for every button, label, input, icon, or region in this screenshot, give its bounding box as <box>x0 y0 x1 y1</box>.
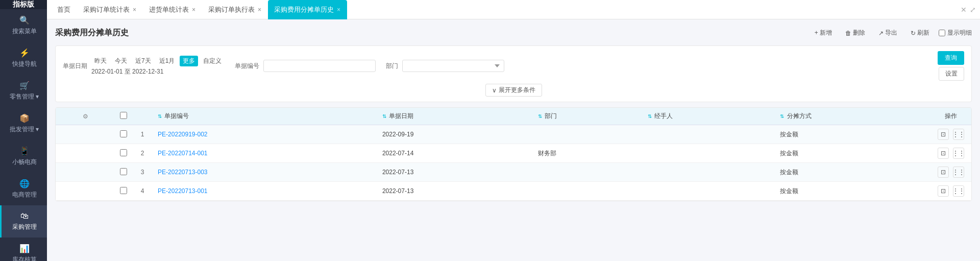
view-op-icon-1[interactable]: ⊡ <box>938 148 949 159</box>
sort-handler-icon: ⇅ <box>648 113 652 119</box>
sort-split-icon: ⇅ <box>780 113 784 119</box>
refresh-button[interactable]: ↻ 刷新 <box>906 27 934 39</box>
view-op-icon-0[interactable]: ⊡ <box>938 129 949 140</box>
search-button[interactable]: 查询 <box>938 51 964 65</box>
show-cols-checkbox[interactable] <box>939 30 945 36</box>
search-icon: 🔍 <box>2 15 47 25</box>
sort-order-no-icon: ⇅ <box>158 113 162 119</box>
more-op-icon-2[interactable]: ⋮⋮ <box>953 167 964 178</box>
col-settings[interactable]: ⚙ <box>56 108 115 125</box>
row-ops-3: ⊡ ⋮⋮ <box>930 182 971 201</box>
more-op-icon-0[interactable]: ⋮⋮ <box>953 129 964 140</box>
row-order-no-0: PE-20220919-002 <box>153 125 377 144</box>
date-filter-group: 单据日期 昨天 今天 近7天 近1月 更多 自定义 2022-01-01 至 2… <box>63 56 225 76</box>
close-all-tabs-icon[interactable]: ✕ <box>961 6 967 14</box>
close-tab-purchase-expense-split[interactable]: × <box>337 0 340 19</box>
delete-button[interactable]: 🗑 删除 <box>841 27 869 39</box>
close-tab-purchase-order-exec[interactable]: × <box>258 0 261 19</box>
expand-more-button[interactable]: ∨ 展开更多条件 <box>485 84 542 97</box>
order-no-label: 单据编号 <box>235 62 259 70</box>
col-split-method[interactable]: ⇅ 分摊方式 <box>775 108 930 125</box>
close-tab-incoming-stats[interactable]: × <box>192 0 195 19</box>
tab-purchase-order-stats[interactable]: 采购订单统计表 × <box>77 0 143 19</box>
row-settings-2 <box>56 163 115 182</box>
data-table-wrap: ⚙ ⇅ 单据编号 ⇅ 单据日期 <box>55 107 972 201</box>
row-date-2: 2022-07-13 <box>377 163 533 182</box>
table-row: 4 PE-20220713-001 2022-07-13 按金额 ⊡ ⋮⋮ <box>56 182 971 201</box>
select-all-checkbox[interactable] <box>120 112 127 119</box>
maximize-icon[interactable]: ⤢ <box>970 6 976 14</box>
sidebar-item-ecom[interactable]: 🌐 电商管理 <box>0 173 47 205</box>
date-btn-today[interactable]: 今天 <box>112 56 130 66</box>
order-no-link-1[interactable]: PE-20220714-001 <box>158 150 207 157</box>
sidebar-item-purchase[interactable]: 🛍 采购管理 <box>0 205 47 238</box>
row-checkbox-3[interactable] <box>120 187 127 194</box>
date-btn-7days[interactable]: 近7天 <box>132 56 154 66</box>
row-ops-1: ⊡ ⋮⋮ <box>930 144 971 163</box>
filter-settings-button[interactable]: 设置 <box>939 67 964 81</box>
shortcut-icon: ⚡ <box>2 48 47 58</box>
date-filter-label: 单据日期 <box>63 62 87 70</box>
data-table: ⚙ ⇅ 单据编号 ⇅ 单据日期 <box>56 108 971 201</box>
sort-dept-icon: ⇅ <box>538 113 542 119</box>
date-btn-yesterday[interactable]: 昨天 <box>91 56 110 66</box>
date-quick-buttons: 昨天 今天 近7天 近1月 更多 自定义 <box>91 56 225 66</box>
more-op-icon-3[interactable]: ⋮⋮ <box>953 185 964 197</box>
row-handler-3 <box>643 182 775 201</box>
row-ops-2: ⊡ ⋮⋮ <box>930 163 971 182</box>
row-check-0[interactable] <box>115 125 132 144</box>
export-icon: ↗ <box>878 30 884 37</box>
order-no-input[interactable] <box>263 60 376 72</box>
sidebar-item-search[interactable]: 🔍 搜索菜单 <box>0 9 47 42</box>
table-header-row: ⚙ ⇅ 单据编号 ⇅ 单据日期 <box>56 108 971 125</box>
table-row: 1 PE-20220919-002 2022-09-19 按金额 ⊡ ⋮⋮ <box>56 125 971 144</box>
row-settings-3 <box>56 182 115 201</box>
view-op-icon-3[interactable]: ⊡ <box>938 185 949 197</box>
row-num-3: 4 <box>132 182 153 201</box>
row-dept-0 <box>533 125 643 144</box>
row-handler-1 <box>643 144 775 163</box>
order-no-link-2[interactable]: PE-20220713-003 <box>158 169 207 176</box>
tab-purchase-expense-split[interactable]: 采购费用分摊单历史 × <box>268 0 347 19</box>
sidebar-item-retail[interactable]: 🛒 零售管理 ▾ <box>0 75 47 107</box>
date-btn-more[interactable]: 更多 <box>180 56 198 66</box>
export-button[interactable]: ↗ 导出 <box>874 27 901 39</box>
dept-select[interactable] <box>402 60 504 72</box>
tab-purchase-order-exec[interactable]: 采购订单执行表 × <box>202 0 268 19</box>
row-check-3[interactable] <box>115 182 132 201</box>
date-btn-custom[interactable]: 自定义 <box>200 56 225 66</box>
filter-area: 单据日期 昨天 今天 近7天 近1月 更多 自定义 2022-01-01 至 2… <box>55 45 972 102</box>
show-cols-checkbox-label[interactable]: 显示明细 <box>939 29 972 37</box>
row-check-1[interactable] <box>115 144 132 163</box>
sidebar-item-inventory[interactable]: 📊 库存核算 <box>0 238 47 261</box>
view-op-icon-2[interactable]: ⊡ <box>938 167 949 178</box>
date-btn-1month[interactable]: 近1月 <box>156 56 178 66</box>
col-handler[interactable]: ⇅ 经手人 <box>643 108 775 125</box>
dept-label: 部门 <box>386 62 398 70</box>
col-order-no[interactable]: ⇅ 单据编号 <box>153 108 377 125</box>
close-tab-purchase-order-stats[interactable]: × <box>133 0 136 19</box>
col-date[interactable]: ⇅ 单据日期 <box>377 108 533 125</box>
row-checkbox-2[interactable] <box>120 168 127 175</box>
row-order-no-2: PE-20220713-003 <box>153 163 377 182</box>
sidebar-item-shortcut[interactable]: ⚡ 快捷导航 <box>0 42 47 75</box>
sidebar-item-mini[interactable]: 📱 小畅电商 <box>0 140 47 173</box>
sidebar-item-wholesale[interactable]: 📦 批发管理 ▾ <box>0 107 47 140</box>
sort-date-icon: ⇅ <box>382 113 386 119</box>
table-row: 3 PE-20220713-003 2022-07-13 按金额 ⊡ ⋮⋮ <box>56 163 971 182</box>
row-checkbox-0[interactable] <box>120 130 127 137</box>
order-no-link-3[interactable]: PE-20220713-001 <box>158 187 207 195</box>
row-split-method-1: 按金额 <box>775 144 930 163</box>
row-checkbox-1[interactable] <box>120 149 127 156</box>
more-op-icon-1[interactable]: ⋮⋮ <box>953 148 964 159</box>
order-no-link-0[interactable]: PE-20220919-002 <box>158 131 207 138</box>
add-button[interactable]: + 新增 <box>811 27 836 39</box>
tab-incoming-stats[interactable]: 进货单统计表 × <box>143 0 202 19</box>
tab-home[interactable]: 首页 <box>51 0 77 19</box>
row-check-2[interactable] <box>115 163 132 182</box>
row-order-no-3: PE-20220713-001 <box>153 182 377 201</box>
table-row: 2 PE-20220714-001 2022-07-14 财务部 按金额 ⊡ ⋮… <box>56 144 971 163</box>
row-handler-2 <box>643 163 775 182</box>
col-dept[interactable]: ⇅ 部门 <box>533 108 643 125</box>
retail-icon: 🛒 <box>2 81 47 90</box>
